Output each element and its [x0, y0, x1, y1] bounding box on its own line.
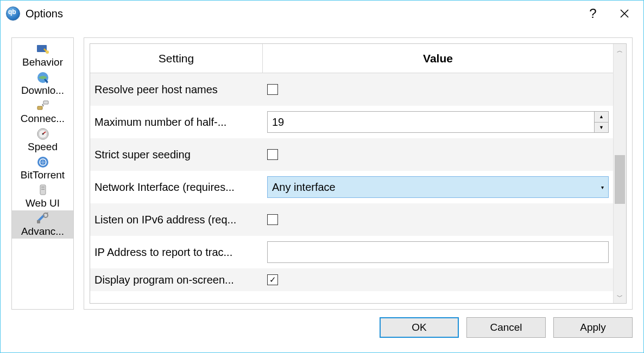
close-icon: [620, 9, 629, 18]
category-sidebar: Behavior Downlo... Connec... Speed BitTo…: [11, 37, 74, 310]
ok-button[interactable]: OK: [380, 317, 459, 338]
sidebar-item-label: Behavior: [22, 56, 63, 68]
sidebar-item-advanced[interactable]: Advanc...: [12, 210, 73, 239]
titlebar: Options ?: [1, 1, 643, 27]
column-header-value[interactable]: Value: [263, 44, 613, 73]
sidebar-item-label: BitTorrent: [21, 169, 65, 181]
webui-icon: [35, 183, 51, 197]
settings-panel: Setting Value Resolve peer host names Ma…: [84, 37, 633, 310]
sidebar-item-bittorrent[interactable]: BitTorrent: [12, 154, 73, 182]
scroll-track[interactable]: [614, 57, 626, 290]
chevron-down-icon: ▾: [601, 184, 604, 190]
table-row: Resolve peer host names: [90, 73, 613, 106]
apply-button[interactable]: Apply: [553, 317, 633, 338]
combobox-value: Any interface: [272, 181, 336, 194]
table-row: Maximum number of half-... 19 ▲ ▼: [90, 106, 613, 138]
table-row: Listen on IPv6 address (req...: [90, 203, 613, 236]
connection-icon: [35, 99, 51, 113]
table-row: Network Interface (requires... Any inter…: [90, 171, 613, 203]
scroll-down-button[interactable]: ﹀: [614, 290, 626, 303]
setting-label: IP Address to report to trac...: [90, 246, 263, 259]
spinbox-value[interactable]: 19: [268, 112, 594, 132]
table-row: Strict super seeding: [90, 138, 613, 171]
listen-ipv6-checkbox[interactable]: [267, 214, 278, 225]
scroll-thumb[interactable]: [615, 155, 625, 204]
svg-line-8: [42, 104, 43, 106]
vertical-scrollbar[interactable]: ︿ ﹀: [613, 44, 626, 303]
table-row: Display program on-screen...: [90, 268, 613, 291]
sidebar-item-webui[interactable]: Web UI: [12, 182, 73, 210]
column-header-setting[interactable]: Setting: [90, 44, 263, 73]
close-button[interactable]: [609, 3, 640, 24]
help-button[interactable]: ?: [577, 3, 609, 24]
qbittorrent-icon: [6, 7, 20, 21]
svg-rect-18: [37, 220, 40, 223]
dialog-button-row: OK Cancel Apply: [1, 310, 643, 338]
sidebar-item-downloads[interactable]: Downlo...: [12, 69, 73, 98]
sidebar-item-label: Connec...: [21, 113, 65, 125]
svg-line-20: [47, 213, 48, 214]
max-half-open-spinbox[interactable]: 19 ▲ ▼: [267, 111, 609, 133]
window-title: Options: [26, 8, 63, 20]
sidebar-item-label: Downlo...: [21, 85, 64, 97]
spin-down-button[interactable]: ▼: [595, 123, 608, 133]
behavior-icon: [35, 42, 51, 56]
svg-point-3: [46, 50, 49, 54]
setting-label: Network Interface (requires...: [90, 181, 263, 194]
svg-rect-17: [41, 189, 45, 190]
advanced-icon: [35, 211, 51, 226]
sidebar-item-label: Web UI: [26, 197, 60, 209]
svg-point-12: [42, 133, 43, 135]
resolve-peer-hostnames-checkbox[interactable]: [267, 84, 278, 95]
display-osd-checkbox[interactable]: [267, 274, 278, 285]
ip-address-textbox[interactable]: [267, 241, 609, 263]
sidebar-item-label: Speed: [28, 141, 58, 153]
setting-label: Maximum number of half-...: [90, 116, 263, 129]
sidebar-item-behavior[interactable]: Behavior: [12, 41, 73, 69]
sidebar-item-connection[interactable]: Connec...: [12, 98, 73, 126]
spin-up-button[interactable]: ▲: [595, 112, 608, 123]
cancel-button[interactable]: Cancel: [466, 317, 546, 338]
setting-label: Resolve peer host names: [90, 84, 263, 96]
strict-super-seeding-checkbox[interactable]: [267, 149, 278, 160]
sidebar-item-speed[interactable]: Speed: [12, 126, 73, 154]
setting-label: Strict super seeding: [90, 149, 263, 161]
svg-rect-7: [37, 106, 42, 110]
sidebar-item-label: Advanc...: [21, 226, 64, 238]
downloads-icon: [35, 70, 51, 85]
svg-rect-16: [41, 187, 45, 188]
bittorrent-icon: [35, 155, 51, 169]
svg-rect-6: [43, 101, 48, 104]
network-interface-combobox[interactable]: Any interface ▾: [267, 176, 609, 198]
table-header: Setting Value: [90, 44, 613, 73]
settings-table: Setting Value Resolve peer host names Ma…: [90, 43, 627, 304]
scroll-up-button[interactable]: ︿: [614, 44, 626, 57]
table-row: IP Address to report to trac...: [90, 236, 613, 268]
setting-label: Listen on IPv6 address (req...: [90, 214, 263, 226]
setting-label: Display program on-screen...: [90, 274, 263, 286]
speed-icon: [35, 127, 51, 141]
